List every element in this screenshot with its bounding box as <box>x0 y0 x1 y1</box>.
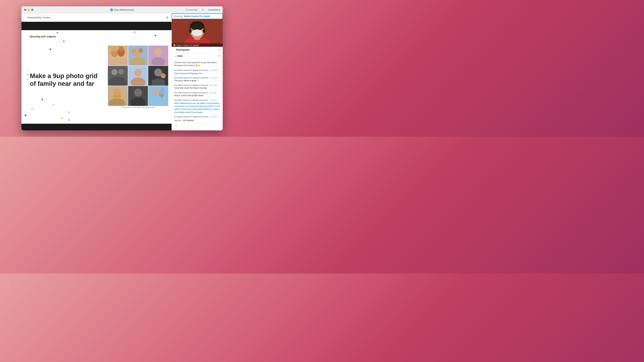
chat-label: Chat <box>177 55 182 57</box>
slide-area: Directing your subjects ⊕ 🔍 🔎 ⊟ Make a 9… <box>22 30 172 124</box>
zoom-icon-3: 🔎 <box>26 78 29 81</box>
participants-header-left: › Participants <box>174 48 190 51</box>
dot-red <box>42 99 43 100</box>
photo-cell-4 <box>108 66 128 86</box>
slide-text-line2: of family near and far <box>30 80 94 87</box>
dot-yellow3 <box>53 104 54 105</box>
chat-close-button[interactable]: ✕ <box>218 55 220 57</box>
title-divider <box>200 8 200 11</box>
photo-person-2 <box>128 45 148 65</box>
zoom-icon-1: ⊕ <box>26 69 29 72</box>
zoom-icon-2: 🔍 <box>26 73 29 76</box>
chat-message-6: from Alain Creative Pro (Apple) to Every… <box>174 116 220 118</box>
chat-time-5: 10:19 AM <box>210 99 217 101</box>
chat-meta-6: from Alain Creative Pro (Apple) to Every… <box>174 116 220 118</box>
svg-point-22 <box>161 73 166 78</box>
chat-message-4: from Matt Creative Pro (Apple) to Everyo… <box>174 92 220 97</box>
photo-grid <box>108 45 168 106</box>
chat-message-3: from Matt Creative Pro (Apple) to Everyo… <box>174 84 220 90</box>
chat-intro-text: Use the chat to ask questions or get inf… <box>174 61 220 67</box>
chat-link-1[interactable]: https://www.priscillagragg.com <box>174 72 202 75</box>
speaking-name: Bobby Creative Pro (Apple) <box>184 15 210 17</box>
photo-grid-area: Photos shown are recreations and Instagr… <box>108 30 172 124</box>
minimize-button[interactable] <box>28 9 30 11</box>
svg-point-24 <box>113 89 121 96</box>
svg-point-11 <box>154 48 162 56</box>
chat-message-2: from Alain Creative Pro (Apple) to Every… <box>174 77 220 82</box>
video-feed: 📶 Bobby Creative Pro (Apple) <box>172 19 223 47</box>
window-title: Cisco Webex Events <box>114 8 134 11</box>
dot-pink-grid1 <box>134 31 135 33</box>
chat-from-5: from Matt Creative Pro (Apple) to Everyo… <box>174 99 208 101</box>
chat-link-2[interactable]: https://digitalassets-taa.cdn-apple.com/… <box>174 102 220 113</box>
svg-rect-42 <box>189 29 192 33</box>
photo-cell-3 <box>148 45 168 65</box>
slide-left-content: Directing your subjects ⊕ 🔍 🔎 ⊟ Make a 9… <box>22 30 108 124</box>
send-to-select[interactable]: All Panelists Everyone Hosts only <box>183 119 220 122</box>
participants-label: Participants <box>176 48 190 51</box>
chat-meta-1: from Alain Creative Pro (Apple) to Every… <box>174 69 220 71</box>
send-to-label: Send to: <box>174 119 182 122</box>
event-info-button[interactable]: i Event Info <box>186 9 198 11</box>
photo-person-1 <box>108 45 128 65</box>
dot-yellow <box>43 35 45 37</box>
slide-main-text: Make a 9up photo grid of family near and… <box>30 72 103 87</box>
photo-caption: Photos shown are recreations and Instagr… <box>108 107 168 108</box>
svg-point-14 <box>112 69 118 75</box>
slide-black-bar-bottom <box>22 124 172 130</box>
chat-from-4: from Matt Creative Pro (Apple) to Everyo… <box>174 92 208 94</box>
photo-person-7 <box>108 86 128 106</box>
connected-status-dot <box>219 9 220 10</box>
chat-meta-4: from Matt Creative Pro (Apple) to Everyo… <box>174 92 220 94</box>
grid-view-icon[interactable]: ⊞ <box>166 16 169 19</box>
signal-icon: 📶 <box>174 44 176 46</box>
presentation-panel: Viewing Bobby Creative... ⊞ Directing yo… <box>22 13 172 130</box>
dot-yellow2 <box>33 36 34 38</box>
dot-navy2 <box>25 115 26 116</box>
viewing-button[interactable]: Viewing Bobby Creative... <box>24 15 55 20</box>
chat-time-2: 10:11 AM <box>210 77 217 79</box>
svg-rect-30 <box>148 86 168 106</box>
chat-meta-3: from Matt Creative Pro (Apple) to Everyo… <box>174 84 220 86</box>
photo-person-4 <box>108 66 128 86</box>
close-button[interactable] <box>24 9 26 11</box>
svg-point-18 <box>134 69 142 76</box>
speaking-label: Speaking: <box>174 15 183 17</box>
zoom-icons: ⊕ 🔍 🔎 ⊟ <box>26 69 29 85</box>
title-bar-right: i Event Info 🎙 Connected <box>186 8 220 11</box>
photo-cell-7 <box>108 86 128 106</box>
svg-rect-26 <box>113 95 121 98</box>
dot-pink5 <box>68 112 70 113</box>
dot-pink4 <box>68 119 70 121</box>
slide-subtitle: Directing your subjects <box>30 35 103 38</box>
participants-section: › Participants ✕ <box>172 47 223 53</box>
photo-cell-5 <box>128 66 148 86</box>
chat-from-1: from Alain Creative Pro (Apple) to Every… <box>174 69 209 71</box>
participants-close-button[interactable]: ✕ <box>218 48 220 51</box>
send-to-row: Send to: All Panelists Everyone Hosts on… <box>174 119 220 122</box>
participants-chevron-right: › <box>174 49 175 51</box>
fullscreen-button[interactable] <box>31 9 33 11</box>
right-panel: Speaking: Bobby Creative Pro (Apple) <box>172 13 223 130</box>
viewing-bar: Viewing Bobby Creative... ⊞ <box>22 13 172 22</box>
participants-header[interactable]: › Participants ✕ <box>172 47 223 53</box>
mic-icon: 🎙 <box>202 8 204 11</box>
cisco-logo-icon: W <box>110 8 113 11</box>
chat-input[interactable] <box>174 123 220 129</box>
slide-text-line1: Make a 9up photo grid <box>30 72 98 79</box>
dot-yellow4 <box>61 117 62 119</box>
chat-messages[interactable]: Use the chat to ask questions or get inf… <box>172 59 223 118</box>
send-to-select-wrapper: All Panelists Everyone Hosts only ⌄ <box>183 119 220 122</box>
svg-point-7 <box>138 48 143 53</box>
chat-meta-5: from Matt Creative Pro (Apple) to Everyo… <box>174 99 220 101</box>
dot-pink3 <box>32 108 33 109</box>
send-to-chevron-icon: ⌄ <box>219 119 220 122</box>
dot-navy-grid1 <box>155 35 156 36</box>
event-info-label: Event Info <box>188 9 198 11</box>
main-content: Viewing Bobby Creative... ⊞ Directing yo… <box>22 13 223 130</box>
connected-label: Connected <box>208 9 218 11</box>
svg-point-28 <box>134 89 142 96</box>
photo-person-8 <box>128 86 148 106</box>
chat-time-1: 10:06 AM <box>210 69 217 71</box>
chat-meta-2: from Alain Creative Pro (Apple) to Every… <box>174 77 220 79</box>
